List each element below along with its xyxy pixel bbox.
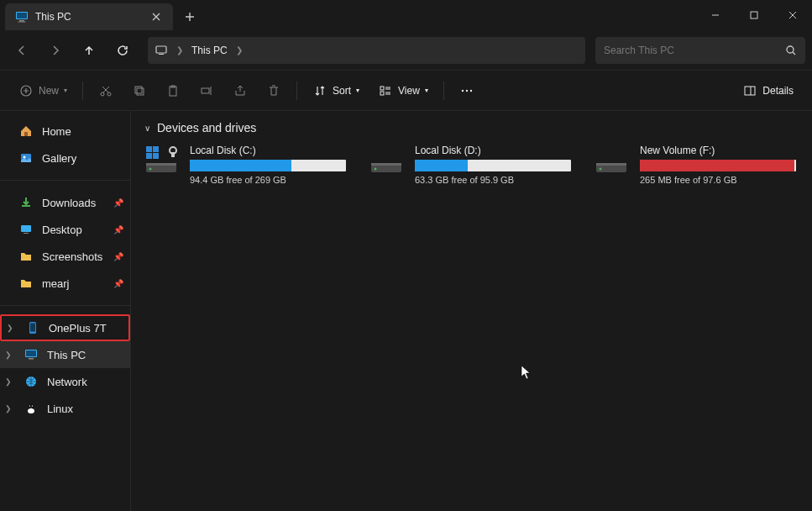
desktop-icon [18,222,34,237]
sort-icon [312,83,327,98]
search-icon [785,45,797,56]
drive-status: 63.3 GB free of 95.9 GB [415,175,571,185]
rename-icon [199,83,214,98]
drive-item[interactable]: New Volume (F:) 265 MB free of 97.6 GB [595,145,796,185]
drive-item[interactable]: Local Disk (D:) 63.3 GB free of 95.9 GB [369,145,571,185]
chevron-down-icon: ∨ [144,124,150,133]
sidebar-item-screenshots[interactable]: Screenshots 📌 [0,243,130,270]
drive-usage-bar [190,160,346,171]
drive-icon [144,145,181,175]
svg-point-18 [462,89,464,91]
sort-button[interactable]: Sort ▾ [306,77,366,104]
tab-this-pc[interactable]: This PC [5,3,173,30]
pin-icon: 📌 [113,279,123,288]
drive-icon [369,145,406,175]
forward-button[interactable] [40,35,71,66]
view-label: View [398,85,420,97]
linux-icon [24,401,39,416]
svg-rect-13 [170,87,176,96]
drive-usage-bar [415,160,571,171]
svg-rect-15 [202,88,209,93]
sidebar-label: Desktop [42,224,82,236]
cut-button[interactable] [92,77,120,104]
chevron-down-icon: ▾ [425,87,428,94]
svg-rect-17 [380,92,384,95]
folder-icon [18,249,34,264]
sidebar-item-network[interactable]: ❯ Network [0,368,130,395]
svg-rect-6 [159,54,164,55]
share-button[interactable] [226,77,254,104]
details-pane-button[interactable]: Details [736,77,800,104]
sidebar-item-this-pc[interactable]: ❯ This PC [0,341,130,368]
drive-item[interactable]: Local Disk (C:) 94.4 GB free of 269 GB [144,145,346,185]
svg-rect-28 [30,324,35,332]
search-input[interactable] [604,45,785,56]
refresh-button[interactable] [107,35,138,66]
section-header-devices[interactable]: ∨ Devices and drives [144,121,799,134]
rename-button[interactable] [192,77,221,104]
up-button[interactable] [74,35,104,66]
chevron-right-icon[interactable]: ❯ [5,350,15,359]
network-icon [24,374,39,389]
home-icon [18,124,34,139]
view-button[interactable]: View ▾ [371,77,435,104]
sidebar-label: Network [47,376,87,388]
svg-rect-44 [146,163,176,166]
trash-icon [266,83,281,98]
svg-point-9 [101,92,104,96]
new-tab-button[interactable] [176,3,203,30]
delete-button[interactable] [259,77,288,104]
share-icon [233,83,248,98]
sidebar-label: Downloads [42,197,96,209]
sidebar-item-mearj[interactable]: mearj 📌 [0,270,130,297]
details-label: Details [762,85,794,97]
svg-rect-25 [21,225,31,232]
chevron-right-icon[interactable]: ❯ [233,45,246,55]
maximize-button[interactable] [735,0,773,30]
sidebar-item-desktop[interactable]: Desktop 📌 [0,216,130,243]
svg-rect-16 [380,87,384,90]
chevron-right-icon[interactable]: ❯ [7,324,17,332]
svg-rect-40 [153,153,159,159]
svg-rect-42 [171,152,175,157]
chevron-right-icon[interactable]: ❯ [5,377,15,386]
chevron-right-icon[interactable]: ❯ [5,404,15,413]
back-button[interactable] [7,35,37,66]
address-segment[interactable]: This PC [191,45,228,56]
chevron-down-icon: ▾ [64,87,67,94]
svg-rect-26 [24,233,29,234]
sidebar-item-home[interactable]: Home [0,118,130,145]
drive-name: Local Disk (D:) [415,145,571,156]
paste-button[interactable] [159,77,187,104]
minimize-button[interactable] [696,0,735,30]
sidebar-item-gallery[interactable]: Gallery [0,145,130,171]
pin-icon: 📌 [113,198,123,208]
close-window-button[interactable] [773,0,812,30]
sort-label: Sort [333,85,351,97]
search-box[interactable] [595,37,805,64]
drive-icon [595,145,631,175]
copy-button[interactable] [125,77,154,104]
svg-rect-4 [751,12,757,18]
tab-title: This PC [35,11,143,23]
close-icon[interactable] [149,10,163,24]
more-button[interactable] [453,77,481,104]
sidebar-item-linux[interactable]: ❯ Linux [0,395,130,422]
svg-point-34 [28,408,34,414]
sidebar-item-downloads[interactable]: Downloads 📌 [0,189,130,216]
new-button[interactable]: New ▾ [12,77,74,104]
address-bar[interactable]: ❯ This PC ❯ [148,37,585,64]
svg-point-36 [32,405,33,407]
svg-rect-12 [137,88,144,95]
navigation-bar: ❯ This PC ❯ [0,30,812,71]
section-title: Devices and drives [157,121,256,134]
drive-status: 94.4 GB free of 269 GB [190,175,346,185]
svg-rect-21 [745,87,755,95]
svg-point-35 [29,405,30,407]
svg-rect-11 [135,87,142,93]
chevron-right-icon[interactable]: ❯ [173,45,186,55]
sidebar-label: Gallery [42,152,76,165]
svg-rect-37 [146,146,152,152]
sidebar-item-oneplus7t[interactable]: ❯ OnePlus 7T [0,314,130,341]
sidebar-label: OnePlus 7T [49,322,107,335]
